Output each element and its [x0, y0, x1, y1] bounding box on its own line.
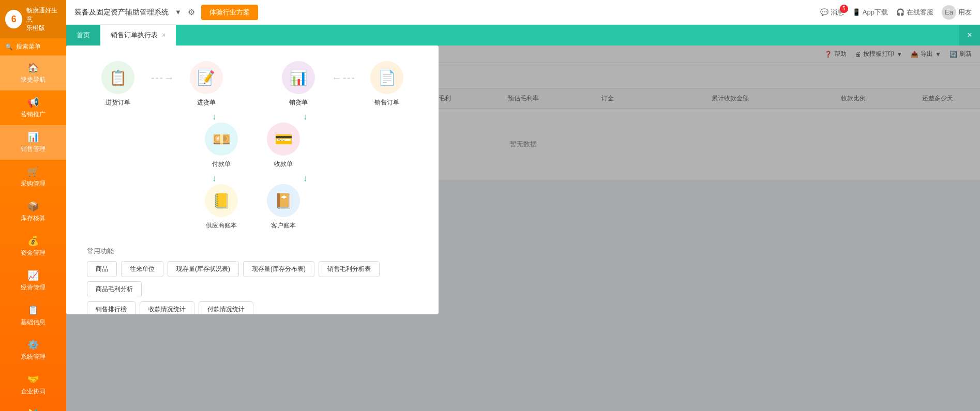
service-icon: 🎧: [896, 8, 904, 16]
purchase-order-icon: 📋: [101, 61, 134, 94]
inventory-icon: 📦: [27, 201, 39, 212]
flow-row-arrows-2: ↓ ↓: [87, 173, 418, 184]
func-btn-product[interactable]: 商品: [87, 261, 117, 277]
flow-row-2: 💴 付款单 💳 收款单: [87, 123, 418, 169]
sidebar-item-finance[interactable]: 💰 资金管理: [0, 229, 66, 264]
purchase-bill-icon: 📝: [190, 61, 223, 94]
flow-node-purchase-bill[interactable]: 📝 进货单: [175, 61, 237, 107]
chevron-down-icon: ▼: [175, 8, 182, 16]
sidebar-search[interactable]: 🔍 搜索菜单: [0, 38, 66, 56]
logo-icon: 6: [5, 10, 22, 28]
func-btn-receipt-stats[interactable]: 收款情况统计: [140, 301, 194, 314]
sales-icon: 📊: [27, 131, 39, 143]
sidebar-item-guide[interactable]: 🔰 新手引导: [0, 402, 66, 411]
flow-modal: 📋 进货订单 - - - → 📝 进货单 📊 销货单: [66, 45, 439, 314]
trial-button[interactable]: 体验行业方案: [201, 5, 258, 20]
sidebar-item-system[interactable]: ⚙️ 系统管理: [0, 333, 66, 368]
arrow-purchase-bill-down: ↓: [190, 112, 223, 121]
sidebar-item-inventory[interactable]: 📦 库存核算: [0, 194, 66, 229]
close-all-icon: ×: [967, 31, 972, 40]
tab-sales-order[interactable]: 销售订单执行表 ×: [100, 25, 176, 45]
basic-info-icon: 📋: [27, 305, 39, 316]
user-menu[interactable]: Ea 用友: [942, 5, 972, 20]
sidebar-item-operations[interactable]: 📈 经营管理: [0, 264, 66, 298]
func-btn-counterpart[interactable]: 往来单位: [121, 261, 163, 277]
logo-text: 畅康通好生意 乐橙版: [26, 6, 61, 32]
tabs-bar: 首页 销售订单执行表 × ×: [66, 25, 980, 45]
system-icon: ⚙️: [27, 339, 39, 351]
modal-body: 📋 进货订单 - - - → 📝 进货单 📊 销货单: [66, 45, 439, 314]
settings-icon[interactable]: ⚙: [188, 7, 195, 17]
sidebar-item-marketing[interactable]: 📢 营销推广: [0, 90, 66, 125]
message-icon: 💬: [820, 8, 828, 16]
tab-home[interactable]: 首页: [66, 25, 100, 45]
common-functions: 常用功能 商品 往来单位 现存量(库存状况表) 现存量(库存分布表) 销售毛利分…: [87, 247, 418, 314]
sidebar-item-quick-nav[interactable]: 🏠 快捷导航: [0, 56, 66, 90]
flow-node-receipt-bill[interactable]: 💳 收款单: [252, 123, 314, 169]
arrow-sales-bill-down: ↓: [281, 112, 314, 121]
close-all-tabs-button[interactable]: ×: [959, 25, 980, 45]
arrow-purchase-order-to-bill: - - - →: [149, 72, 175, 96]
message-button[interactable]: 💬 消息 5: [820, 8, 844, 17]
flow-row-arrows: ↓ ↓: [87, 111, 418, 123]
sidebar-item-purchase[interactable]: 🛒 采购管理: [0, 160, 66, 194]
arrow-sales-order-to-bill: ← - - -: [329, 72, 356, 96]
user-avatar: Ea: [942, 5, 956, 20]
app-download-button[interactable]: 📱 App下载: [852, 8, 888, 17]
flow-row-3: 📒 供应商账本 📔 客户账本: [87, 184, 418, 230]
sidebar-navigation: 🏠 快捷导航 📢 营销推广 📊 销售管理 🛒 采购管理 📦 库存核算 💰 资金管…: [0, 56, 66, 411]
system-dropdown[interactable]: ▼: [175, 8, 182, 16]
func-btn-stock-dist[interactable]: 现存量(库存分布表): [243, 261, 314, 277]
flow-node-sales-order[interactable]: 📄 销售订单: [356, 61, 418, 107]
flow-node-customer-account[interactable]: 📔 客户账本: [252, 184, 314, 230]
guide-icon: 🔰: [27, 408, 39, 411]
flow-row-1: 📋 进货订单 - - - → 📝 进货单 📊 销货单: [87, 61, 418, 107]
customer-account-icon: 📔: [267, 184, 300, 217]
function-buttons-row-2: 销售排行榜 收款情况统计 付款情况统计: [87, 301, 418, 314]
operations-icon: 📈: [27, 270, 39, 281]
header: 装备及固定资产辅助管理系统 ▼ ⚙ 体验行业方案 💬 消息 5 📱 App下载 …: [66, 0, 980, 25]
flow-diagram: 📋 进货订单 - - - → 📝 进货单 📊 销货单: [87, 61, 418, 234]
func-btn-stock-status[interactable]: 现存量(库存状况表): [168, 261, 239, 277]
flow-node-supplier-account[interactable]: 📒 供应商账本: [190, 184, 252, 230]
finance-icon: 💰: [27, 235, 39, 247]
func-btn-payment-stats[interactable]: 付款情况统计: [199, 301, 253, 314]
sidebar-item-enterprise[interactable]: 🤝 企业协同: [0, 368, 66, 402]
purchase-icon: 🛒: [27, 166, 39, 177]
receipt-bill-icon: 💳: [267, 123, 300, 156]
arrow-payment-down: ↓: [190, 174, 223, 183]
marketing-icon: 📢: [27, 97, 39, 108]
system-title: 装备及固定资产辅助管理系统: [74, 8, 169, 17]
online-service-button[interactable]: 🎧 在线客服: [896, 8, 933, 17]
sidebar: 6 畅康通好生意 乐橙版 🔍 搜索菜单 🏠 快捷导航 📢 营销推广 📊 销售管理…: [0, 0, 66, 411]
sales-order-icon: 📄: [370, 61, 403, 94]
tab-close-icon[interactable]: ×: [162, 32, 165, 39]
func-btn-sales-rank[interactable]: 销售排行榜: [87, 301, 135, 314]
sales-bill-icon: 📊: [282, 61, 315, 94]
enterprise-icon: 🤝: [27, 374, 39, 385]
sidebar-logo: 6 畅康通好生意 乐橙版: [0, 0, 66, 38]
sidebar-item-basic-info[interactable]: 📋 基础信息: [0, 298, 66, 333]
modal-overlay: 📋 进货订单 - - - → 📝 进货单 📊 销货单: [66, 45, 980, 411]
quick-nav-icon: 🏠: [27, 62, 39, 73]
arrow-receipt-down: ↓: [281, 174, 314, 183]
flow-node-sales-bill[interactable]: 📊 销货单: [267, 61, 329, 107]
flow-node-payment-bill[interactable]: 💴 付款单: [190, 123, 252, 169]
func-btn-sales-margin[interactable]: 销售毛利分析表: [319, 261, 380, 277]
sidebar-item-sales[interactable]: 📊 销售管理: [0, 125, 66, 160]
payment-bill-icon: 💴: [205, 123, 238, 156]
flow-node-purchase-order[interactable]: 📋 进货订单: [87, 61, 149, 107]
supplier-account-icon: 📒: [205, 184, 238, 217]
message-badge: 5: [840, 5, 848, 13]
download-icon: 📱: [852, 8, 861, 16]
search-icon: 🔍: [5, 43, 13, 51]
header-right: 💬 消息 5 📱 App下载 🎧 在线客服 Ea 用友: [820, 5, 972, 20]
function-buttons-row-1: 商品 往来单位 现存量(库存状况表) 现存量(库存分布表) 销售毛利分析表 商品…: [87, 261, 418, 297]
func-btn-product-margin[interactable]: 商品毛利分析: [87, 281, 142, 297]
common-functions-title: 常用功能: [87, 247, 418, 256]
